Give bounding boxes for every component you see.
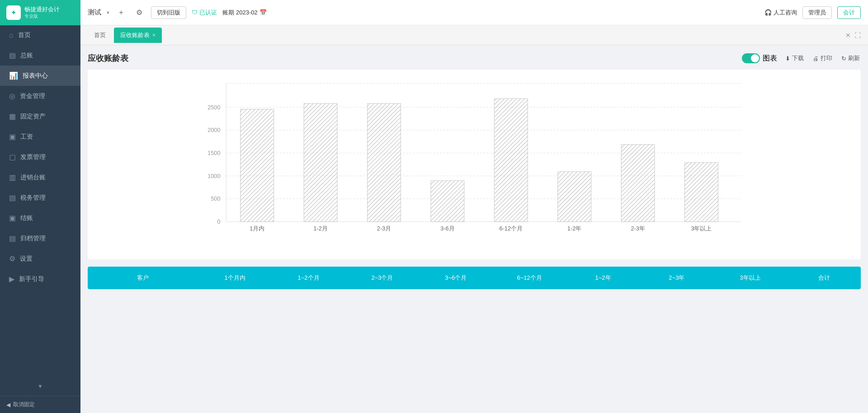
accountant-button[interactable]: 会计 — [837, 6, 861, 19]
page-header: 应收账龄表 图表 ⬇ 下载 🖨 打印 — [88, 52, 861, 64]
page-content: 应收账龄表 图表 ⬇ 下载 🖨 打印 — [80, 45, 868, 413]
sidebar-label-invoice: 发票管理 — [20, 153, 46, 161]
col-1-2m: 1~2个月 — [272, 267, 345, 289]
svg-text:0: 0 — [217, 219, 220, 225]
cancel-fixed-label: 取消固定 — [13, 401, 35, 408]
asset-icon: ▦ — [9, 112, 16, 121]
sidebar-item-report[interactable]: 📊 报表中心 — [0, 66, 80, 86]
sidebar-item-archive[interactable]: ▤ 归档管理 — [0, 228, 80, 249]
chart-toggle-label: 图表 — [763, 54, 777, 63]
sidebar-label-asset: 固定资产 — [20, 113, 46, 121]
sidebar-scroll-down[interactable]: ▼ — [38, 383, 43, 390]
sidebar-item-asset[interactable]: ▦ 固定资产 — [0, 106, 80, 127]
sidebar-item-stock[interactable]: ▥ 进销台账 — [0, 167, 80, 188]
invoice-icon: ▢ — [9, 153, 16, 161]
tab-aging[interactable]: 应收账龄表 × — [114, 28, 162, 43]
logo-icon: ✦ — [6, 5, 21, 20]
sidebar-item-salary[interactable]: ▣ 工资 — [0, 127, 80, 147]
tab-bar-actions: ✕ ⛶ — [845, 32, 861, 39]
topbar-settings-button[interactable]: ⚙ — [133, 6, 146, 19]
sidebar-item-tax[interactable]: ▤ 税务管理 — [0, 188, 80, 208]
archive-icon: ▤ — [9, 234, 16, 243]
pin-icon: ◀ — [6, 402, 10, 408]
add-button[interactable]: + — [115, 6, 127, 19]
svg-text:1-2年: 1-2年 — [567, 225, 581, 232]
chart-container: 0 500 1000 1500 2000 2500 1月内 — [88, 70, 861, 259]
sidebar-label-fund: 资金管理 — [20, 92, 45, 100]
bar-2-3-year[interactable] — [621, 145, 655, 222]
company-name: 测试 — [88, 8, 101, 17]
tab-expand-icon[interactable]: ⛶ — [854, 32, 861, 39]
table-header: 客户 1个月内 1~2个月 2~3个月 3~6个月 6~12个月 1~2年 2~… — [88, 267, 861, 289]
tab-aging-label: 应收账龄表 — [120, 31, 150, 39]
bar-3-6-month[interactable] — [431, 181, 464, 222]
svg-text:2000: 2000 — [208, 127, 220, 133]
print-button[interactable]: 🖨 打印 — [812, 52, 833, 64]
sidebar-item-settings[interactable]: ⚙ 设置 — [0, 249, 80, 269]
col-total: 合计 — [787, 267, 861, 289]
sidebar-item-fund[interactable]: ◎ 资金管理 — [0, 86, 80, 106]
home-icon: ⌂ — [9, 31, 14, 39]
sidebar-item-ledger[interactable]: ▤ 总账 — [0, 45, 80, 66]
col-6-12m: 6~12个月 — [493, 267, 566, 289]
fund-icon: ◎ — [9, 92, 15, 100]
col-1-2y: 1~2年 — [566, 267, 640, 289]
verified-badge: 🛡 已认证 — [192, 9, 217, 17]
col-2-3m: 2~3个月 — [345, 267, 419, 289]
manager-button[interactable]: 管理员 — [802, 6, 832, 19]
col-2-3y: 2~3年 — [640, 267, 713, 289]
company-dropdown-icon[interactable]: ▾ — [107, 9, 109, 16]
period-value: 2023-02 — [236, 9, 258, 16]
tab-close-icon[interactable]: × — [152, 32, 156, 38]
bar-3-plus-year[interactable] — [685, 163, 718, 222]
chart-toggle[interactable] — [742, 53, 760, 63]
salary-icon: ▣ — [9, 132, 16, 141]
period-display: 账期 2023-02 📅 — [222, 9, 267, 17]
svg-text:500: 500 — [211, 196, 220, 202]
headset-icon: 🎧 — [764, 9, 772, 16]
sidebar-label-report: 报表中心 — [23, 72, 48, 80]
download-button[interactable]: ⬇ 下载 — [784, 52, 805, 64]
bar-1-2-month[interactable] — [304, 103, 337, 222]
tab-home[interactable]: 首页 — [88, 28, 112, 43]
svg-text:2-3月: 2-3月 — [377, 225, 391, 232]
tax-icon: ▤ — [9, 193, 16, 202]
sidebar-label-tax: 税务管理 — [20, 194, 46, 202]
refresh-button[interactable]: ↻ 刷新 — [840, 52, 861, 64]
cancel-fixed-button[interactable]: ◀ 取消固定 — [0, 396, 80, 413]
bar-2-3-month[interactable] — [368, 103, 401, 222]
col-1m: 1个月内 — [198, 267, 272, 289]
tab-home-label: 首页 — [94, 31, 106, 39]
switch-old-button[interactable]: 切到旧版 — [151, 6, 186, 19]
sidebar-label-ledger: 总账 — [20, 52, 33, 60]
download-icon: ⬇ — [785, 55, 790, 62]
sidebar-item-home[interactable]: ⌂ 首页 — [0, 25, 80, 45]
bar-1-month[interactable] — [241, 109, 274, 222]
col-customer: 客户 — [88, 267, 198, 289]
sidebar-label-home: 首页 — [18, 31, 31, 39]
topbar: 测试 ▾ + ⚙ 切到旧版 🛡 已认证 账期 2023-02 📅 🎧 人工咨询 … — [80, 0, 868, 25]
tab-close-window-icon[interactable]: ✕ — [845, 32, 851, 39]
sidebar: ✦ 畅捷通好会计 专业版 ⌂ 首页 ▤ 总账 📊 报表中心 ◎ 资金管理 ▦ 固… — [0, 0, 80, 413]
bar-6-12-month[interactable] — [494, 99, 528, 221]
calendar-icon[interactable]: 📅 — [259, 9, 267, 16]
svg-text:1-2月: 1-2月 — [313, 225, 327, 232]
sidebar-label-settings: 设置 — [20, 255, 33, 263]
shield-icon: 🛡 — [192, 9, 198, 16]
bar-1-2-year[interactable] — [558, 172, 591, 222]
logo-text: 畅捷通好会计 — [24, 6, 60, 14]
sidebar-item-invoice[interactable]: ▢ 发票管理 — [0, 147, 80, 167]
sidebar-item-guide[interactable]: ▶ 新手引导 — [0, 269, 80, 289]
sidebar-item-close[interactable]: ▣ 结账 — [0, 208, 80, 228]
sidebar-label-guide: 新手引导 — [19, 275, 44, 283]
report-icon: 📊 — [9, 71, 18, 80]
period-label: 账期 — [222, 9, 234, 17]
close-account-icon: ▣ — [9, 214, 16, 222]
svg-text:3年以上: 3年以上 — [691, 225, 712, 232]
service-button[interactable]: 🎧 人工咨询 — [764, 9, 797, 17]
page-title: 应收账龄表 — [88, 53, 128, 64]
svg-text:1000: 1000 — [208, 173, 220, 179]
svg-text:1500: 1500 — [208, 150, 220, 156]
stock-icon: ▥ — [9, 173, 16, 182]
svg-text:2-3年: 2-3年 — [631, 225, 645, 232]
